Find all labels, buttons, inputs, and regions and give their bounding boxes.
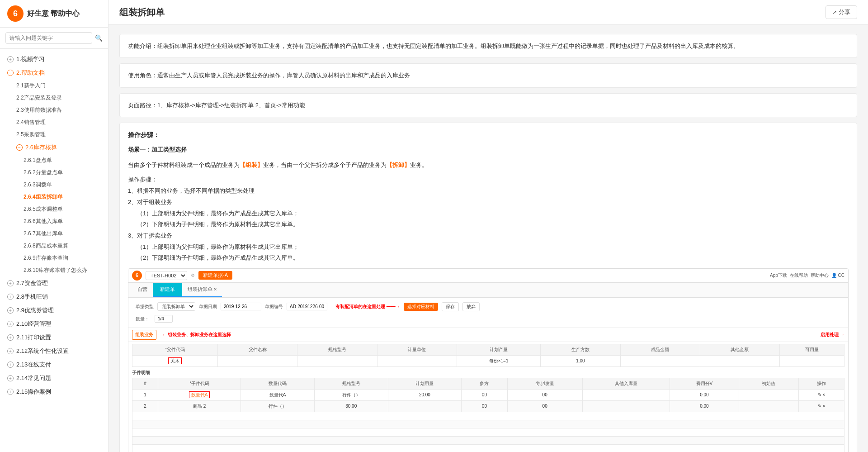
mock-cancel-btn[interactable]: 放弃 [462,302,480,311]
mock-choose-btn[interactable]: 选择对应材料 [404,303,438,311]
nav-item-2[interactable]: − 2.帮助文档 [0,66,108,80]
content-area: 功能介绍：组装拆卸单用来处理企业组装或拆卸等加工业务，支持有固定装配清单的产品加… [108,25,868,452]
mock-qty-input[interactable] [155,315,173,323]
expand-icon-2-13: + [7,362,14,368]
mock-toolbar-right: App下载 在线帮助 帮助中心 👤 CC [770,271,844,280]
mock-help-center-label: 帮助中心 [811,271,829,280]
search-input[interactable] [5,32,92,44]
th-sub-ops: 操作 [798,378,844,389]
th-sub-spec: 规格型号 [314,378,388,389]
path-desc: 页面路径：1、库存核算->库存管理->组装拆卸单 2、首页->常用功能 [128,102,305,109]
td-empty-7 [132,444,844,452]
th-sub-plan-qty: 计划用量 [388,378,462,389]
th-unit: 计量单位 [377,344,457,355]
nav-item-2-12[interactable]: + 2.12系统个性化设置 [0,344,108,358]
td-sub-batch-2: 00 [507,400,582,412]
th-parent-code: *父件代码 [132,344,218,355]
td-empty-4 [132,420,844,428]
mock-tab-assembly[interactable]: 组装拆卸单 × [182,283,222,297]
highlight-sub-code: 数量代A [189,391,210,398]
nav-item-2-14[interactable]: + 2.14常见问题 [0,371,108,385]
nav-label-2-10: 2.10经营管理 [16,320,51,328]
td-plan-qty-1: 每份×1=1 [457,355,541,366]
th-other-amount: 其他金额 [700,344,779,355]
nav-item-2-10[interactable]: + 2.10经营管理 [0,317,108,331]
sub-item-2-2[interactable]: 2.2产品安装及登录 [0,92,108,104]
expand-icon-2-9: + [7,307,14,314]
sub-item-2-3[interactable]: 2.3使用前数据准备 [0,104,108,116]
mock-tab-new[interactable]: 新建单 [153,283,182,297]
sub-item-2-6-7[interactable]: 2.6.7其他出库单 [0,228,108,240]
sub-item-2-6-1[interactable]: 2.6.1盘点单 [0,154,108,167]
nav-item-2-15[interactable]: + 2.15操作案例 [0,385,108,399]
nav-label-2-9: 2.9优惠券管理 [16,306,54,314]
search-box: 🔍 [0,28,108,49]
expand-icon-2-6: − [16,144,23,151]
td-sub-ops-2: ✎ × [798,400,844,412]
steps-block: 操作步骤： 场景一：加工类型选择 当由多个子件材料组装成一个成品的业务为【组装】… [119,123,857,452]
scene1-desc: 当由多个子件材料组装成一个成品的业务为【组装】业务，当由一个父件拆分成多个子产品… [128,160,849,171]
search-button[interactable]: 🔍 [95,34,103,42]
td-sub-ops-1: ✎ × [798,389,844,400]
sub-item-2-5[interactable]: 2.5采购管理 [0,128,108,141]
td-prod-num-1: 1.00 [541,355,620,366]
mock-date-input[interactable] [221,303,261,310]
mock-save-btn[interactable]: 保存 [442,302,459,311]
mock-form-row1: 单据类型 组装拆卸单 单据日期 单据编号 有装配清单的在这里处理 ——→ 选择对… [132,300,844,313]
nav-item-2-13[interactable]: + 2.13在线支付 [0,358,108,371]
nav-item-2-11[interactable]: + 2.11打印设置 [0,331,108,344]
td-parent-name-1 [218,355,297,366]
mock-tab-zy[interactable]: 自营 [132,283,153,297]
sub-item-2-6-5[interactable]: 2.6.5成本调整单 [0,203,108,215]
sub-item-2-6-6[interactable]: 2.6.6其他入库单 [0,215,108,228]
nav-item-2-7[interactable]: + 2.7资金管理 [0,276,108,290]
th-sub-name: 数量代码 [241,378,315,389]
nav-label-1: 1.视频学习 [16,55,45,63]
function-desc: 功能介绍：组装拆卸单用来处理企业组装或拆卸等加工业务，支持有固定装配清单的产品加… [128,43,739,49]
sub-item-2-4[interactable]: 2.4销售管理 [0,116,108,128]
nav-item-2-9[interactable]: + 2.9优惠券管理 [0,304,108,317]
td-sub-spec-1: 行件（） [314,389,388,400]
mock-app: 6 TEST-H002 ⚙ 新建单据-A App下载 在线帮助 帮助中心 👤 C… [128,269,848,452]
td-sub-plan-qty-2 [388,400,462,412]
td-other-amount-1 [700,355,779,366]
mock-type-select[interactable]: 组装拆卸单 [157,302,195,311]
nav-item-2-6[interactable]: − 2.6库存核算 [0,141,108,154]
mock-form-area: 单据类型 组装拆卸单 单据日期 单据编号 有装配清单的在这里处理 ——→ 选择对… [128,298,848,328]
role-block: 使用角色：通常由生产人员或库管人员完成拆装业务的操作，库管人员确认原材料的出库和… [119,63,857,87]
mock-new-order-btn[interactable]: 新建单据-A [198,271,232,280]
td-product-amount-1 [620,355,700,366]
nav-item-2-8[interactable]: + 2.8手机旺铺 [0,290,108,304]
steps-label: 操作步骤： [128,174,849,186]
sub-item-2-6-2[interactable]: 2.6.2分量盘点单 [0,167,108,179]
td-sub-multi-2: 00 [462,400,507,412]
share-button[interactable]: ↗ 分享 [826,5,857,19]
nav-item-1[interactable]: + 1.视频学习 [0,52,108,66]
mock-company-select[interactable]: TEST-H002 [146,271,187,280]
sub-item-2-6-3[interactable]: 2.6.3调拨单 [0,179,108,191]
td-sub-plan-qty-1: 20.00 [388,389,462,400]
th-sub-batch: 4批4发量 [507,378,582,389]
sub-item-2-1[interactable]: 2.1新手入门 [0,80,108,92]
mock-num2-label: 数量： [136,315,149,323]
td-sub-cost-2: 0.00 [670,400,739,412]
td-sub-name-1: 数量代A [241,389,315,400]
expand-icon-2-7: + [7,280,14,286]
steps-title: 操作步骤： [128,129,849,141]
th-prod-num: 生产方数 [541,344,620,355]
td-sub-spec-2: 30.00 [314,400,388,412]
mock-num-input[interactable] [287,303,327,310]
main-content: 组装拆卸单 ↗ 分享 功能介绍：组装拆卸单用来处理企业组装或拆卸等加工业务，支持… [108,0,868,452]
page-title: 组装拆卸单 [119,6,165,19]
td-sub-multi-1: 00 [462,389,507,400]
sub-item-2-6-9[interactable]: 2.6.9库存账本查询 [0,252,108,264]
td-empty-5 [132,428,844,436]
sub-item-2-6-4[interactable]: 2.6.4组装拆卸单 [0,191,108,203]
nav-label-2-15: 2.15操作案例 [16,388,51,396]
th-sub-code: *子件代码 [158,378,241,389]
sub-item-2-6-10[interactable]: 2.6.10库存账本错了怎么办 [0,264,108,276]
td-sub-init-2 [739,400,798,412]
mock-top-table-wrapper: *父件代码 父件名称 规格型号 计量单位 计划产量 生产方数 成品金额 其他金额… [128,342,848,369]
sub-item-2-6-8[interactable]: 2.6.8商品成本重算 [0,240,108,252]
td-unit-1 [377,355,457,366]
